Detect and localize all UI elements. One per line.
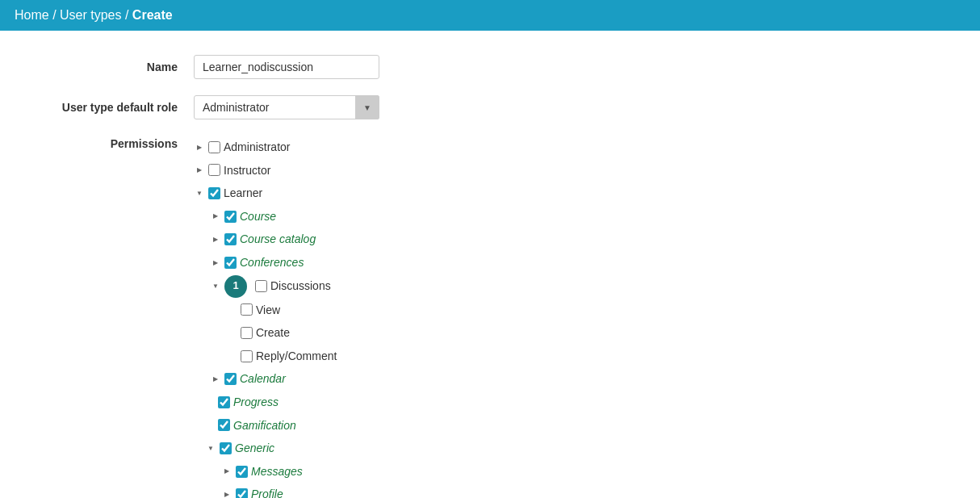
checkbox-messages[interactable] [236,466,248,478]
breadcrumb-usertypes[interactable]: User types [60,8,121,22]
role-select[interactable]: Administrator [194,95,379,119]
breadcrumb-sep1: / [49,8,60,22]
toggle-generic[interactable] [205,442,216,454]
permissions-tree: Administrator Instructor Learner Course [194,136,948,498]
role-select-wrapper: Administrator ▼ [194,95,379,119]
role-label: User type default role [32,101,194,114]
step-badge: 1 [224,275,247,298]
tree-item-generic: Generic [205,437,948,460]
tree-item-course: Course [210,205,948,228]
tree-item-calendar: Calendar [210,367,948,391]
tree-item-course-catalog: Course catalog [210,228,948,251]
label-learner: Learner [224,182,262,204]
tree-item-instructor: Instructor [194,159,948,182]
toggle-discussions[interactable] [210,281,221,292]
label-generic: Generic [235,437,274,459]
toggle-messages[interactable] [221,466,232,477]
toggle-learner[interactable] [194,187,205,199]
breadcrumb-current: Create [132,8,173,22]
breadcrumb-sep2: / [122,8,132,22]
name-label: Name [32,61,194,73]
label-discussions: Discussions [270,275,331,297]
breadcrumb-home[interactable]: Home [15,8,49,22]
toggle-conferences[interactable] [210,257,221,268]
toggle-instructor[interactable] [194,165,205,176]
checkbox-course-catalog[interactable] [224,233,237,245]
label-reply-comment: Reply/Comment [256,345,337,367]
main-content: Name User type default role Administrato… [0,31,980,498]
role-row: User type default role Administrator ▼ [32,95,948,119]
checkbox-profile[interactable] [236,488,248,498]
tree-item-reply-comment: Reply/Comment [226,345,948,368]
checkbox-generic[interactable] [220,442,232,454]
checkbox-reply-comment[interactable] [241,350,253,362]
checkbox-course[interactable] [224,211,237,223]
label-administrator: Administrator [224,136,290,158]
checkbox-gamification[interactable] [218,419,230,431]
tree-item-administrator: Administrator [194,136,948,159]
label-progress: Progress [233,391,279,413]
top-bar: Home / User types / Create [0,0,980,31]
toggle-create [226,327,237,338]
toggle-administrator[interactable] [194,141,205,153]
checkbox-progress[interactable] [218,396,230,408]
label-create: Create [256,322,290,344]
toggle-course-catalog[interactable] [210,234,221,245]
tree-item-create: Create [226,321,948,345]
label-calendar: Calendar [240,368,286,390]
label-course-catalog: Course catalog [240,228,316,250]
tree-item-messages: Messages [221,460,948,483]
checkbox-learner[interactable] [208,187,220,199]
tree-item-gamification: Gamification [218,414,948,437]
label-instructor: Instructor [224,160,270,182]
checkbox-discussions[interactable] [255,280,267,292]
name-input[interactable] [194,55,379,79]
tree-item-conferences: Conferences [210,251,948,274]
label-view: View [256,299,280,321]
tree-item-discussions: 1 Discussions [210,274,948,299]
label-course: Course [240,206,276,228]
permissions-label: Permissions [32,136,194,150]
name-row: Name [32,55,948,79]
checkbox-create[interactable] [241,327,253,339]
toggle-reply-comment [226,350,237,362]
toggle-course[interactable] [210,211,221,222]
checkbox-instructor[interactable] [208,164,220,176]
tree-item-progress: Progress [218,391,948,414]
permissions-row: Permissions Administrator Instructor Lea… [32,136,948,498]
checkbox-view[interactable] [241,303,253,316]
checkbox-conferences[interactable] [224,257,237,269]
checkbox-calendar[interactable] [224,373,237,385]
tree-item-view: View [226,299,948,322]
label-conferences: Conferences [240,252,304,274]
label-profile: Profile [251,483,283,498]
toggle-calendar[interactable] [210,374,221,385]
tree-item-learner: Learner [194,182,948,205]
tree-item-profile: Profile [221,483,948,498]
checkbox-administrator[interactable] [208,141,220,153]
label-messages: Messages [251,461,303,483]
label-gamification: Gamification [233,415,296,437]
toggle-profile[interactable] [221,489,232,498]
toggle-view [226,304,237,316]
